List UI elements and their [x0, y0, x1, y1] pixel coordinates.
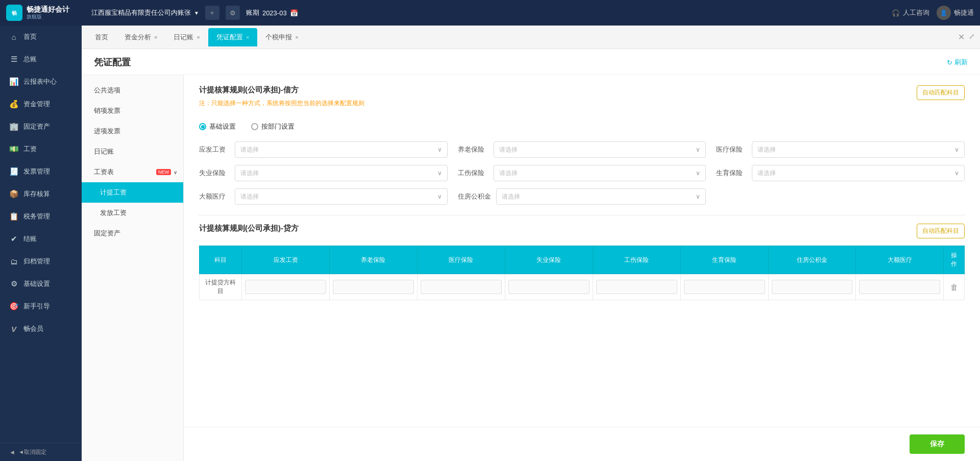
input-maternity[interactable] [684, 280, 765, 294]
tab-home[interactable]: 首页 [87, 28, 116, 46]
sidebar-item-home[interactable]: ⌂ 首页 [0, 26, 82, 48]
tab-tax[interactable]: 个税申报 × [257, 28, 306, 46]
sidebar-item-archive[interactable]: 🗂 归档管理 [0, 250, 82, 273]
sidebar-item-invoice[interactable]: 🧾 发票管理 [0, 160, 82, 183]
label-housing-fund: 住房公积金 [458, 192, 491, 201]
debit-auto-match-button[interactable]: 自动匹配科目 [917, 85, 965, 100]
support-link[interactable]: 🎧 人工咨询 [892, 8, 929, 17]
add-account-button[interactable]: ＋ [205, 6, 219, 20]
radio-dept[interactable]: 按部门设置 [251, 122, 295, 131]
inner-layout: 公共选项 销项发票 进项发票 日记账 工资表 NEW ∨ 计提工资 发放工资 固… [82, 75, 980, 461]
sidebar-item-checkout[interactable]: ✔ 结账 [0, 228, 82, 250]
select-unemployment[interactable]: 请选择 ∨ [235, 165, 448, 181]
sidebar-item-fund[interactable]: 💰 资金管理 [0, 93, 82, 115]
th-maternity: 生育保险 [680, 246, 768, 274]
user-profile[interactable]: 👤 畅捷通 [937, 6, 974, 20]
calendar-icon[interactable]: 📅 [290, 9, 298, 17]
close-all-icon[interactable]: ✕ [958, 32, 965, 42]
left-menu: 公共选项 销项发票 进项发票 日记账 工资表 NEW ∨ 计提工资 发放工资 固… [82, 75, 184, 461]
select-chevron-housing-fund: ∨ [696, 193, 700, 200]
cancel-fixed-button[interactable]: ◄ ◄取消固定 [0, 443, 82, 461]
left-menu-journal[interactable]: 日记账 [82, 141, 183, 162]
debit-section-header: 计提核算规则(公司承担)-借方 注：只能选择一种方式，系统将按照您当前的选择来配… [199, 85, 965, 115]
sidebar-item-settings[interactable]: ⚙ 基础设置 [0, 273, 82, 295]
cell-action[interactable]: 🗑 [944, 274, 965, 300]
sidebar-item-asset[interactable]: 🏢 固定资产 [0, 115, 82, 138]
tab-fund-close-icon[interactable]: × [154, 34, 157, 40]
tab-voucher[interactable]: 凭证配置 × [208, 28, 257, 46]
archive-icon: 🗂 [9, 257, 18, 266]
app-edition: 旗舰版 [27, 13, 42, 20]
company-chevron-icon: ▼ [194, 10, 199, 16]
left-menu-calc-salary[interactable]: 计提工资 [82, 182, 183, 203]
radio-basic-button[interactable] [199, 123, 206, 130]
cell-unemployment[interactable] [505, 274, 593, 300]
tab-fund[interactable]: 资金分析 × [116, 28, 165, 46]
credit-auto-match-button[interactable]: 自动匹配科目 [917, 224, 965, 238]
sidebar-item-ledger[interactable]: ☰ 总账 [0, 48, 82, 70]
tab-journal-close-icon[interactable]: × [197, 34, 200, 40]
tab-voucher-close-icon[interactable]: × [246, 34, 249, 40]
tab-tax-close-icon[interactable]: × [295, 34, 298, 40]
left-menu-fixed-asset[interactable]: 固定资产 [82, 223, 183, 244]
sidebar-item-member[interactable]: V 畅会员 [0, 318, 82, 340]
cell-gross-salary[interactable] [242, 274, 330, 300]
input-gross-salary[interactable] [245, 280, 326, 294]
select-pension[interactable]: 请选择 ∨ [494, 141, 706, 158]
table-header-row: 科目 应发工资 养老保险 医疗保险 失业保险 工伤保险 生育保险 住房公积金 大… [200, 246, 965, 274]
debit-section: 计提核算规则(公司承担)-借方 注：只能选择一种方式，系统将按照您当前的选择来配… [199, 85, 965, 205]
ledger-icon: ☰ [9, 55, 18, 64]
select-maternity[interactable]: 请选择 ∨ [752, 165, 965, 181]
left-menu-payroll-table[interactable]: 工资表 NEW ∨ [82, 162, 183, 182]
input-housing-fund[interactable] [772, 280, 853, 294]
sidebar-label-checkout: 结账 [23, 234, 37, 244]
input-large-medical[interactable] [859, 280, 940, 294]
radio-dept-button[interactable] [251, 123, 258, 130]
input-pension[interactable] [333, 280, 414, 294]
maximize-icon[interactable]: ⤢ [969, 32, 975, 42]
page-header: 凭证配置 ↻ 刷新 [82, 49, 980, 75]
th-subject: 科目 [200, 246, 242, 274]
debit-form-grid: 应发工资 请选择 ∨ 养老保险 请选择 ∨ [199, 141, 965, 205]
placeholder-maternity: 请选择 [757, 169, 776, 178]
save-bar: 保存 [184, 427, 980, 461]
user-label: 畅捷通 [954, 8, 974, 17]
invoice-icon: 🧾 [9, 167, 18, 176]
cell-large-medical[interactable] [856, 274, 944, 300]
sidebar-item-salary[interactable]: 💵 工资 [0, 138, 82, 160]
select-housing-fund[interactable]: 请选择 ∨ [496, 188, 706, 205]
select-work-injury[interactable]: 请选择 ∨ [494, 165, 706, 181]
cell-work-injury[interactable] [593, 274, 680, 300]
cell-housing-fund[interactable] [768, 274, 856, 300]
company-selector[interactable]: 江西服宝精品有限责任公司内账张 ▼ [91, 8, 199, 17]
cell-medical[interactable] [417, 274, 505, 300]
delete-row-button[interactable]: 🗑 [950, 283, 958, 292]
left-menu-public[interactable]: 公共选项 [82, 80, 183, 101]
left-menu-sales[interactable]: 销项发票 [82, 101, 183, 121]
input-medical[interactable] [421, 280, 502, 294]
sidebar-item-report[interactable]: 📊 云报表中心 [0, 70, 82, 93]
select-medical[interactable]: 请选择 ∨ [752, 141, 965, 158]
radio-basic[interactable]: 基础设置 [199, 122, 236, 131]
cell-maternity[interactable] [680, 274, 768, 300]
input-unemployment[interactable] [508, 280, 590, 294]
cell-pension[interactable] [329, 274, 417, 300]
settings-icon[interactable]: ⚙ [226, 6, 240, 20]
select-gross-salary[interactable]: 请选择 ∨ [235, 141, 448, 158]
tab-journal[interactable]: 日记账 × [165, 28, 208, 46]
select-large-medical[interactable]: 请选择 ∨ [235, 188, 448, 205]
save-button[interactable]: 保存 [910, 434, 965, 454]
sidebar-item-inventory[interactable]: 📦 库存核算 [0, 183, 82, 205]
support-label: 人工咨询 [903, 8, 929, 17]
left-menu-pay-salary[interactable]: 发放工资 [82, 203, 183, 223]
logo-icon: 畅 [6, 5, 22, 21]
left-menu-purchase[interactable]: 进项发票 [82, 121, 183, 141]
refresh-button[interactable]: ↻ 刷新 [947, 58, 968, 67]
page-title: 凭证配置 [94, 56, 131, 68]
sidebar-item-guide[interactable]: 🎯 新手引导 [0, 295, 82, 318]
sidebar-item-tax[interactable]: 📋 税务管理 [0, 205, 82, 228]
checkout-icon: ✔ [9, 234, 18, 244]
input-work-injury[interactable] [596, 280, 677, 294]
th-gross-salary: 应发工资 [242, 246, 330, 274]
field-large-medical: 大额医疗 请选择 ∨ [199, 188, 448, 205]
